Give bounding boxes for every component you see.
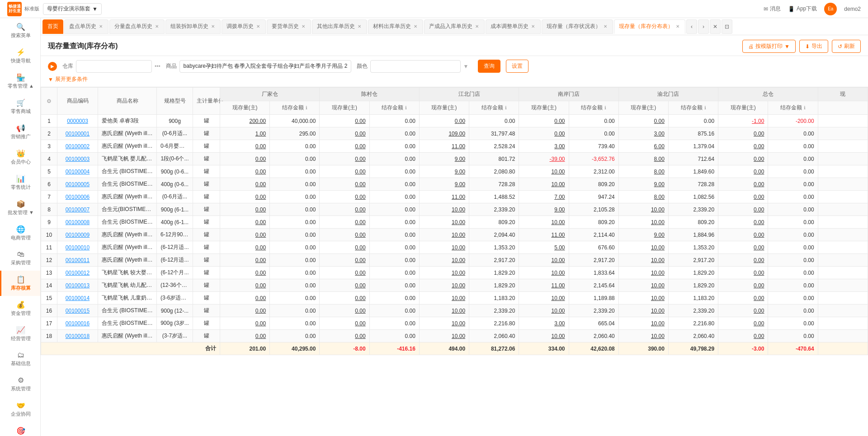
cell-ch-qty[interactable]: 0.00 [320, 229, 369, 241]
cell-ch-qty[interactable]: 0.00 [320, 191, 369, 203]
message-btn[interactable]: ✉ 消息 [764, 5, 781, 13]
cell-na-qty[interactable]: 7.00 [519, 191, 569, 203]
info-icon[interactable]: ℹ [804, 105, 806, 110]
cell-na-qty[interactable]: 10.00 [519, 216, 569, 229]
sidebar-item-wholesale[interactable]: 📦 批发管理 ▼ [0, 195, 40, 220]
cell-na-qty[interactable]: 10.00 [519, 267, 569, 279]
tab-inventory-check[interactable]: 盘点单历史 ✕ [64, 19, 108, 34]
th-settings[interactable]: ⚙ [41, 88, 57, 115]
cell-na-qty[interactable]: 10.00 [519, 330, 569, 342]
app-download-btn[interactable]: 📱 App下载 [788, 5, 817, 13]
cell-t-qty[interactable]: 0.00 [718, 178, 768, 191]
cell-t-qty[interactable]: 0.00 [718, 292, 768, 305]
cell-na-qty[interactable]: 10.00 [519, 165, 569, 178]
cell-f-qty[interactable]: 0.00 [220, 216, 270, 229]
cell-yb-qty[interactable]: 8.00 [618, 191, 668, 203]
cell-ch-qty[interactable]: 0.00 [320, 165, 369, 178]
cell-code[interactable]: 00100012 [57, 267, 98, 279]
cell-f-qty[interactable]: 0.00 [220, 140, 270, 153]
cell-yb-qty[interactable]: 3.00 [618, 127, 668, 140]
cell-t-qty[interactable]: 0.00 [718, 241, 768, 254]
tab-nav-next[interactable]: › [698, 19, 709, 34]
cell-t-qty[interactable]: 0.00 [718, 165, 768, 178]
cell-t-qty[interactable]: 0.00 [718, 140, 768, 153]
cell-yb-qty[interactable]: 10.00 [618, 305, 668, 317]
cell-t-qty[interactable]: 0.00 [718, 254, 768, 267]
cell-yb-qty[interactable]: 10.00 [618, 317, 668, 330]
info-icon[interactable]: ℹ [405, 105, 407, 110]
tab-product-in[interactable]: 产成品入库单历史 ✕ [424, 19, 485, 34]
cell-f-qty[interactable]: 0.00 [220, 191, 270, 203]
tab-close-icon[interactable]: ✕ [301, 24, 306, 29]
cell-ch-qty[interactable]: 0.00 [320, 305, 369, 317]
cell-f-qty[interactable]: 0.00 [220, 165, 270, 178]
cell-ch-qty[interactable]: 0.00 [320, 127, 369, 140]
cell-na-qty[interactable]: 11.00 [519, 229, 569, 241]
cell-yb-qty[interactable]: 0.00 [618, 115, 668, 127]
warehouse-more-icon[interactable]: ••• [155, 63, 160, 70]
sidebar-item-nav[interactable]: ⚡ 快捷导航 [0, 43, 40, 69]
goods-input[interactable] [179, 60, 351, 73]
cell-ch-qty[interactable]: 0.00 [320, 317, 369, 330]
tab-close-icon[interactable]: ✕ [255, 24, 261, 29]
cell-yb-qty[interactable]: 10.00 [618, 203, 668, 216]
sidebar-item-ecom[interactable]: 🌐 电商管理 [0, 220, 40, 246]
cell-ch-qty[interactable]: 0.00 [320, 115, 369, 127]
tab-stock-status[interactable]: 现存量（库存状况表） ✕ [542, 19, 613, 34]
store-selector[interactable]: 母婴行业演示陈套 ▼ [43, 3, 102, 15]
tab-close-icon[interactable]: ✕ [154, 24, 160, 29]
cell-na-qty[interactable]: 5.00 [519, 241, 569, 254]
cell-jb-qty[interactable]: 10.00 [419, 305, 469, 317]
cell-ch-qty[interactable]: 0.00 [320, 140, 369, 153]
cell-yb-qty[interactable]: 10.00 [618, 330, 668, 342]
cell-jb-qty[interactable]: 10.00 [419, 229, 469, 241]
cell-na-qty[interactable]: 3.00 [519, 140, 569, 153]
user-avatar[interactable]: Ea [824, 3, 837, 15]
cell-f-qty[interactable]: 0.00 [220, 267, 270, 279]
tab-order[interactable]: 要货单历史 ✕ [267, 19, 311, 34]
sidebar-item-operations[interactable]: 📈 经营管理 [0, 321, 40, 347]
warehouse-input[interactable] [76, 60, 152, 73]
color-input[interactable] [370, 60, 461, 73]
cell-na-qty[interactable]: -39.00 [519, 153, 569, 165]
tab-material-out[interactable]: 材料出库单历史 ✕ [368, 19, 423, 34]
cell-code[interactable]: 00100001 [57, 127, 98, 140]
tab-close-icon[interactable]: ✕ [357, 24, 362, 29]
cell-na-qty[interactable]: 3.00 [519, 317, 569, 330]
tab-nav-expand[interactable]: ⊡ [722, 19, 732, 34]
cell-code[interactable]: 00100014 [57, 292, 98, 305]
info-icon[interactable]: ℹ [704, 105, 706, 110]
cell-jb-qty[interactable]: 10.00 [419, 279, 469, 292]
tab-close-icon[interactable]: ✕ [413, 24, 418, 29]
cell-jb-qty[interactable]: 11.00 [419, 191, 469, 203]
cell-ch-qty[interactable]: 0.00 [320, 292, 369, 305]
color-dropdown-icon[interactable]: ▼ [463, 63, 469, 70]
cell-na-qty[interactable]: 10.00 [519, 178, 569, 191]
cell-code[interactable]: 00100005 [57, 178, 98, 191]
cell-t-qty[interactable]: 0.00 [718, 203, 768, 216]
sidebar-item-guide[interactable]: 🎯 新手引导 [0, 422, 40, 436]
sidebar-item-collab[interactable]: 🤝 企业协同 [0, 397, 40, 422]
sidebar-item-basic[interactable]: 🗂 基础信息 [0, 347, 40, 371]
cell-jb-qty[interactable]: 10.00 [419, 254, 469, 267]
sidebar-item-search[interactable]: 🔍 搜索英单 [0, 18, 40, 43]
sidebar-item-purchase[interactable]: 🛍 采购管理 [0, 246, 40, 271]
sidebar-item-inventory[interactable]: 📋 库存核算 [0, 271, 40, 296]
cell-ch-qty[interactable]: 0.00 [320, 241, 369, 254]
cell-yb-qty[interactable]: 10.00 [618, 216, 668, 229]
cell-f-qty[interactable]: 200.00 [220, 115, 270, 127]
tab-home[interactable]: 首页 [42, 19, 63, 34]
cell-t-qty[interactable]: 0.00 [718, 153, 768, 165]
cell-code[interactable]: 00100010 [57, 241, 98, 254]
tab-close-icon[interactable]: ✕ [603, 24, 608, 29]
cell-f-qty[interactable]: 0.00 [220, 241, 270, 254]
cell-yb-qty[interactable]: 10.00 [618, 279, 668, 292]
sidebar-item-retail[interactable]: 🏪 零售管理 ▲ [0, 69, 40, 94]
cell-t-qty[interactable]: 0.00 [718, 191, 768, 203]
sidebar-item-finance[interactable]: 💰 资金管理 [0, 296, 40, 321]
cell-ch-qty[interactable]: 0.00 [320, 279, 369, 292]
refresh-btn[interactable]: ↺ 刷新 [832, 40, 861, 53]
cell-yb-qty[interactable]: 6.00 [618, 140, 668, 153]
cell-t-qty[interactable]: 0.00 [718, 305, 768, 317]
cell-t-qty[interactable]: 0.00 [718, 267, 768, 279]
